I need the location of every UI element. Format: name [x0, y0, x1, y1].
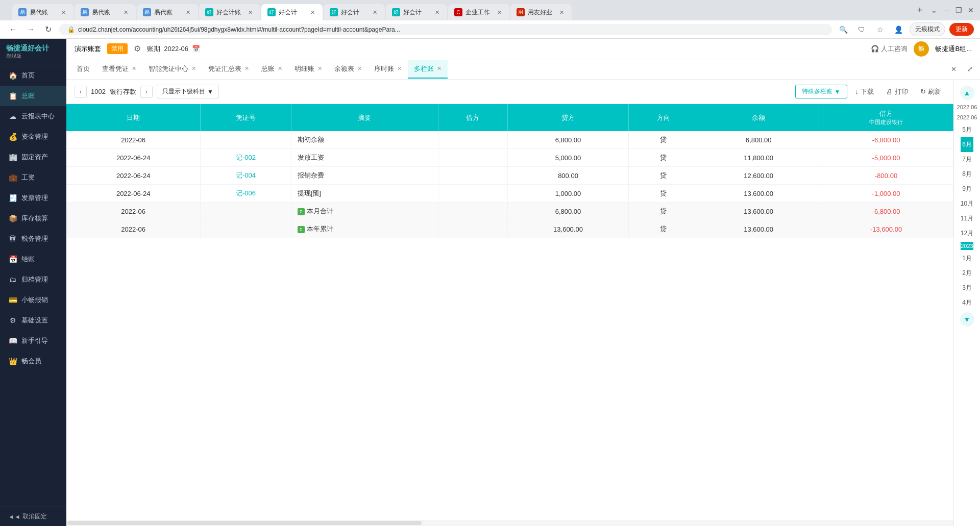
horizontal-scrollbar[interactable]: [66, 520, 953, 526]
sidebar-item-settings[interactable]: ⚙ 基础设置: [0, 310, 66, 331]
tab-close-button[interactable]: ✕: [308, 8, 316, 16]
tab-close-button[interactable]: ✕: [557, 8, 566, 16]
browser-tab-3[interactable]: 易 易代账 ✕: [137, 4, 198, 20]
month-2022-9月[interactable]: 9月: [961, 182, 973, 196]
close-button[interactable]: ✕: [966, 5, 976, 15]
browser-tab-9[interactable]: 用 用友好业 ✕: [510, 4, 572, 20]
page-tab-home[interactable]: 首页: [70, 60, 96, 79]
month-2023-3月[interactable]: 3月: [961, 281, 973, 295]
page-tab-general-ledger[interactable]: 总账✕: [255, 60, 288, 79]
search-icon[interactable]: 🔍: [836, 22, 850, 37]
page-tab-close-voucher-view[interactable]: ✕: [132, 65, 136, 72]
settings-icon[interactable]: ⚙: [134, 44, 141, 54]
browser-tab-1[interactable]: 易 易代账 ✕: [12, 4, 74, 20]
sidebar-item-salary[interactable]: 💼 工资: [0, 167, 66, 188]
page-tab-voucher-view[interactable]: 查看凭证✕: [96, 60, 142, 79]
filter-select[interactable]: 只显示下级科目 ▼: [157, 85, 219, 98]
minimize-button[interactable]: —: [941, 5, 951, 15]
prev-account-button[interactable]: ‹: [75, 86, 87, 98]
month-2023-4月[interactable]: 4月: [961, 295, 973, 310]
tab-close-button[interactable]: ✕: [59, 8, 67, 16]
sidebar-item-home[interactable]: 🏠 首页: [0, 65, 66, 86]
tab-close-button[interactable]: ✕: [184, 8, 192, 16]
tab-close-button[interactable]: ✕: [433, 8, 441, 16]
sidebar-item-invoice[interactable]: 🧾 发票管理: [0, 188, 66, 208]
url-bar[interactable]: 🔒 cloud2.chanjet.com/accounting/uh26t264…: [59, 24, 832, 35]
page-tab-close-time-ledger[interactable]: ✕: [397, 65, 402, 72]
sidebar-item-fixed-assets[interactable]: 🏢 固定资产: [0, 147, 66, 167]
page-tab-close-smart-voucher[interactable]: ✕: [191, 65, 196, 72]
shield-icon[interactable]: 🛡: [854, 22, 869, 37]
wupinmo-button[interactable]: 无痕模式: [910, 22, 945, 36]
page-tab-voucher-summary[interactable]: 凭证汇总表✕: [202, 60, 255, 79]
browser-tab-8[interactable]: C 企业工作 ✕: [448, 4, 509, 20]
next-account-button[interactable]: ›: [140, 86, 153, 98]
sidebar-item-guide[interactable]: 📖 新手引导: [0, 331, 66, 351]
sidebar-item-close[interactable]: 📅 结账: [0, 249, 66, 269]
month-2022-5月[interactable]: 5月: [961, 122, 973, 137]
month-2022-11月[interactable]: 11月: [961, 211, 973, 226]
new-tab-button[interactable]: +: [913, 3, 927, 17]
calendar-icon[interactable]: 📅: [192, 45, 200, 53]
page-tab-close-general-ledger[interactable]: ✕: [278, 65, 282, 72]
sidebar-item-expense[interactable]: 💳 小畅报销: [0, 290, 66, 310]
sidebar-item-fund[interactable]: 💰 资金管理: [0, 127, 66, 147]
voucher-link[interactable]: 记-004: [236, 171, 256, 179]
forward-button[interactable]: →: [23, 22, 38, 37]
page-tab-balance[interactable]: 余额表✕: [328, 60, 368, 79]
browser-tab-2[interactable]: 易 易代账 ✕: [75, 4, 136, 20]
browser-tab-5[interactable]: 好 好会计 ✕: [261, 4, 323, 20]
sidebar-item-tax[interactable]: 🏛 税务管理: [0, 229, 66, 249]
scroll-down-button[interactable]: ▼: [960, 312, 974, 327]
cell-voucher: 记-004: [201, 167, 291, 185]
sidebar-item-inventory[interactable]: 📦 库存核算: [0, 208, 66, 229]
month-2022-6月[interactable]: 6月: [961, 137, 973, 152]
update-button[interactable]: 更新: [949, 23, 974, 36]
browser-tab-4[interactable]: 好 好会计账 ✕: [199, 4, 260, 20]
multi-col-button[interactable]: 特殊多栏账 ▼: [795, 85, 847, 98]
refresh-button[interactable]: ↻ 刷新: [916, 85, 945, 98]
refresh-button[interactable]: ↻: [41, 22, 55, 37]
month-2022-12月[interactable]: 12月: [961, 226, 973, 241]
download-button[interactable]: ↓ 下载: [851, 85, 878, 98]
sidebar-item-archive[interactable]: 🗂 归档管理: [0, 269, 66, 290]
scrollbar-thumb[interactable]: [67, 521, 422, 525]
month-2023-1月[interactable]: 1月: [961, 251, 973, 266]
scroll-up-button[interactable]: ▲: [960, 86, 974, 100]
page-tab-time-ledger[interactable]: 序时账✕: [368, 60, 408, 79]
star-icon[interactable]: ☆: [873, 22, 887, 37]
page-tab-detail-ledger[interactable]: 明细账✕: [288, 60, 328, 79]
close-panel-button[interactable]: ✕: [947, 63, 960, 76]
voucher-link[interactable]: 记-002: [236, 154, 256, 161]
print-button[interactable]: 🖨 打印: [882, 85, 912, 98]
voucher-link[interactable]: 记-006: [236, 189, 256, 197]
sidebar-item-member[interactable]: 👑 畅会员: [0, 351, 66, 371]
page-tab-close-balance[interactable]: ✕: [357, 65, 362, 72]
browser-tab-7[interactable]: 好 好会计 ✕: [386, 4, 447, 20]
sidebar-item-ledger[interactable]: 📋 总账: [0, 86, 66, 106]
tab-nav-right[interactable]: + ⌄ — ❐ ✕: [913, 3, 976, 17]
page-tab-close-detail-ledger[interactable]: ✕: [317, 65, 322, 72]
tab-close-button[interactable]: ✕: [371, 8, 379, 16]
tab-close-button[interactable]: ✕: [121, 8, 130, 16]
month-2022-8月[interactable]: 8月: [961, 167, 973, 182]
page-tab-smart-voucher[interactable]: 智能凭证中心✕: [142, 60, 202, 79]
consult-button[interactable]: 🎧 人工咨询: [871, 44, 908, 54]
page-tab-close-voucher-summary[interactable]: ✕: [244, 65, 249, 72]
back-button[interactable]: ←: [6, 22, 20, 37]
month-2022-10月[interactable]: 10月: [961, 196, 973, 211]
month-2022-7月[interactable]: 7月: [961, 152, 973, 167]
sidebar-item-cloud-report[interactable]: ☁ 云报表中心: [0, 106, 66, 127]
month-2023-2月[interactable]: 2月: [961, 266, 973, 281]
tab-close-button[interactable]: ✕: [495, 8, 503, 16]
page-tab-close-multi-col[interactable]: ✕: [437, 65, 442, 72]
unpin-button[interactable]: ◄◄ 取消固定: [8, 512, 58, 521]
tab-close-button[interactable]: ✕: [246, 8, 254, 16]
page-tab-multi-col[interactable]: 多栏账✕: [408, 60, 448, 79]
chevron-down-icon[interactable]: ⌄: [929, 5, 939, 15]
maximize-button[interactable]: ❐: [953, 5, 964, 15]
browser-tab-6[interactable]: 好 好会计 ✕: [324, 4, 385, 20]
profile-icon[interactable]: 👤: [891, 22, 905, 37]
expand-panel-button[interactable]: ⤢: [964, 63, 976, 76]
tab-label: 易代账: [92, 8, 110, 17]
